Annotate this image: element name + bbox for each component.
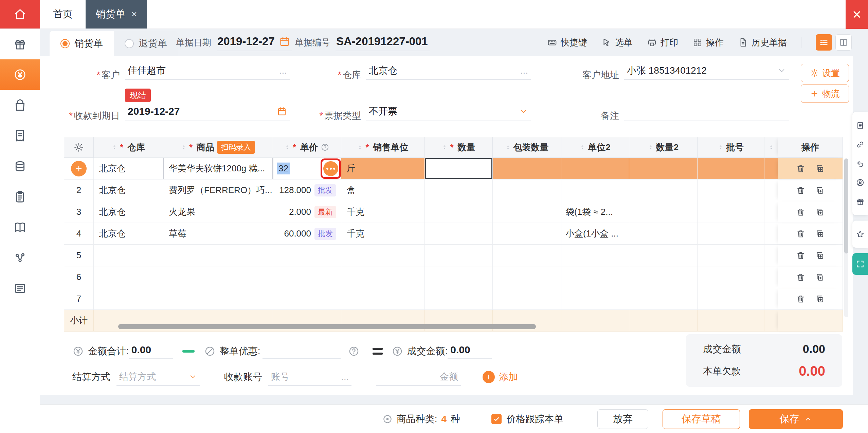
cell-qty[interactable] (425, 223, 493, 245)
sidebar-item-gift[interactable] (0, 29, 40, 59)
save-button[interactable]: 保存 (749, 409, 843, 429)
sidebar-item-documents[interactable] (0, 182, 40, 212)
cell-qty[interactable] (425, 201, 493, 223)
doc-no-input[interactable]: SA-20191227-001 (336, 34, 430, 51)
favorite-button[interactable] (852, 225, 868, 244)
cell-warehouse[interactable]: 北京仓 (94, 158, 163, 180)
sort-icon[interactable] (648, 143, 653, 152)
fullscreen-button[interactable] (852, 253, 868, 275)
header-extra[interactable] (764, 137, 778, 158)
close-window-button[interactable]: ✕ (846, 0, 868, 29)
delete-row-icon[interactable] (796, 186, 806, 195)
cell-sale-unit[interactable]: 千克 (341, 201, 425, 223)
header-batch[interactable]: 批号 (698, 137, 764, 158)
vertical-scrollbar[interactable] (844, 158, 848, 317)
cell-pack-qty[interactable] (493, 245, 561, 266)
settlement-method-select[interactable]: 结算方式 (116, 368, 200, 386)
cell-qty2[interactable] (629, 288, 698, 310)
warehouse-input[interactable]: 北京仓 ... (366, 62, 531, 80)
column-settings-button[interactable] (64, 137, 94, 158)
tab-sales-note[interactable]: 销货单 (50, 31, 114, 56)
cell-pack-qty[interactable] (493, 223, 561, 245)
close-tab-icon[interactable]: × (131, 9, 137, 20)
price-more-button[interactable] (323, 161, 338, 176)
sidebar-item-ledger[interactable] (0, 212, 40, 243)
cell-qty2[interactable] (629, 223, 698, 245)
copy-row-icon[interactable] (815, 251, 825, 260)
cell-batch[interactable] (698, 245, 764, 266)
cell-sale-unit[interactable] (341, 266, 425, 288)
cell-product[interactable] (163, 266, 273, 288)
delete-row-icon[interactable] (796, 229, 806, 239)
cell-product[interactable]: 火龙果 (163, 201, 273, 223)
delete-row-icon[interactable] (796, 294, 806, 304)
customer-input[interactable]: 佳佳超市 ... (125, 62, 290, 80)
cell-unit2[interactable] (561, 245, 629, 266)
form-doc-button[interactable] (852, 116, 868, 135)
settings-button[interactable]: 设置 (801, 64, 849, 82)
list-view-button[interactable] (816, 34, 832, 51)
warehouse-more-icon[interactable]: ... (520, 65, 528, 76)
receive-account-input[interactable]: 账号 ... (268, 368, 351, 386)
copy-row-icon[interactable] (815, 272, 825, 282)
sort-icon[interactable] (718, 143, 723, 152)
cell-price[interactable]: 128.000批发 (273, 180, 341, 201)
cell-price[interactable] (273, 288, 341, 310)
cell-qty-selected[interactable] (425, 158, 493, 180)
cell-warehouse[interactable]: 北京仓 (94, 201, 163, 223)
sort-icon[interactable] (442, 143, 447, 152)
header-unit2[interactable]: 单位2 (561, 137, 629, 158)
scrollbar-thumb[interactable] (844, 158, 848, 253)
scan-entry-badge[interactable]: 扫码录入 (217, 141, 255, 154)
cell-product[interactable]: 华美华夫软饼1200g 糕... (163, 158, 273, 180)
header-pack-qty[interactable]: 包装数量 (493, 137, 561, 158)
cell-unit2[interactable] (561, 266, 629, 288)
logistics-button[interactable]: 物流 (801, 84, 849, 103)
cell-sale-unit[interactable] (341, 288, 425, 310)
tab-home[interactable]: 首页 (40, 0, 86, 29)
chevron-down-icon[interactable] (519, 107, 528, 116)
header-price[interactable]: *单价 (273, 137, 341, 158)
sidebar-item-purchase[interactable] (0, 90, 40, 120)
copy-row-icon[interactable] (815, 229, 825, 239)
add-payment-button[interactable]: 添加 (483, 371, 518, 383)
caret-up-icon[interactable] (804, 415, 812, 423)
amount-input[interactable]: 金额 (376, 368, 461, 386)
cell-batch[interactable] (698, 180, 764, 201)
header-product[interactable]: *商品扫码录入 (163, 137, 273, 158)
cell-warehouse[interactable]: 北京仓 (94, 223, 163, 245)
address-input[interactable]: 小张 18513401212 (624, 62, 789, 80)
cell-warehouse[interactable] (94, 266, 163, 288)
sidebar-item-news[interactable] (0, 273, 40, 304)
select-order-button[interactable]: 选单 (601, 37, 633, 49)
cell-batch[interactable] (698, 223, 764, 245)
save-draft-button[interactable]: 保存草稿 (663, 409, 740, 429)
cell-unit2[interactable]: 袋(1袋 ≈ 2... (561, 201, 629, 223)
cell-qty[interactable] (425, 266, 493, 288)
copy-row-icon[interactable] (815, 164, 825, 173)
cell-batch[interactable] (698, 288, 764, 310)
sort-icon[interactable] (357, 143, 363, 152)
cell-pack-qty[interactable] (493, 266, 561, 288)
user-button[interactable] (852, 173, 868, 192)
chevron-down-icon[interactable] (189, 373, 197, 381)
cell-price[interactable]: 60.000批发 (273, 223, 341, 245)
shortcut-keys-button[interactable]: 快捷键 (547, 37, 587, 49)
question-icon[interactable] (348, 345, 360, 357)
cell-sale-unit[interactable]: 盒 (341, 180, 425, 201)
sidebar-item-funds[interactable] (0, 151, 40, 182)
print-button[interactable]: 打印 (647, 37, 678, 49)
sort-icon[interactable] (285, 143, 290, 152)
header-qty[interactable]: *数量 (425, 137, 493, 158)
add-row-button[interactable] (71, 161, 87, 176)
split-view-button[interactable] (835, 34, 852, 51)
sidebar-item-more[interactable] (0, 243, 40, 273)
cell-batch[interactable] (698, 158, 764, 180)
history-button[interactable]: 历史单据 (738, 37, 787, 49)
cell-product[interactable] (163, 288, 273, 310)
cell-unit2[interactable] (561, 288, 629, 310)
cell-warehouse[interactable] (94, 288, 163, 310)
bill-type-select[interactable]: 不开票 (366, 103, 531, 120)
sort-icon[interactable] (580, 143, 585, 152)
customer-more-icon[interactable]: ... (279, 65, 287, 76)
